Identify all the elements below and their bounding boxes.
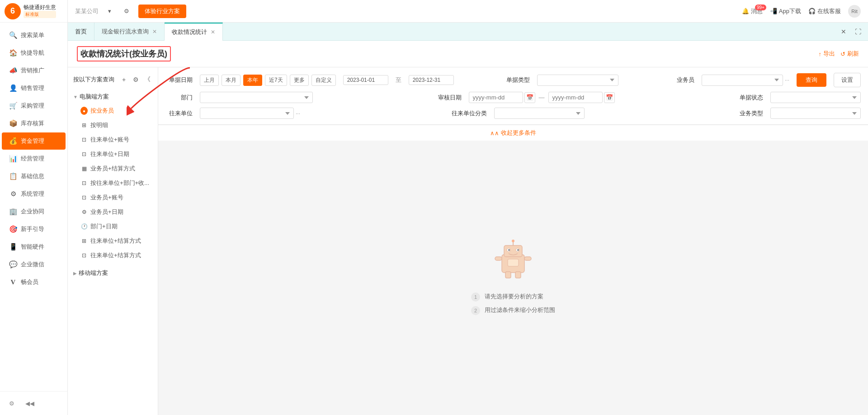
panel-item-by-salesperson[interactable]: ● 按业务员 xyxy=(68,104,158,118)
sidebar-collapse-btn[interactable]: ◀◀ xyxy=(23,396,37,410)
inventory-icon: 📦 xyxy=(9,119,17,127)
type-select[interactable] xyxy=(537,75,618,86)
page: 收款情况统计(按业务员) ↑ 导出 ↺ 刷新 按以下方案查询 + xyxy=(68,41,868,415)
trial-btn[interactable]: 体验行业方案 xyxy=(138,5,186,18)
audit-to-calendar-btn[interactable]: 📅 xyxy=(604,92,615,103)
panel-item-salesperson-date[interactable]: ⚙ 业务员+日期 xyxy=(68,205,158,219)
svg-rect-11 xyxy=(515,272,521,278)
sidebar-item-system[interactable]: ⚙系统管理 xyxy=(2,185,66,203)
topbar-gear-btn[interactable]: ⚙ xyxy=(120,5,133,18)
partner-category-select[interactable] xyxy=(494,108,585,119)
panel-item-partner-settle1[interactable]: ⊞ 往来单位+结算方式 xyxy=(68,234,158,248)
refresh-icon: ↺ xyxy=(840,51,845,57)
window-close-btn[interactable]: ✕ xyxy=(838,26,849,37)
audit-to-input[interactable] xyxy=(548,92,603,103)
sidebar-settings-btn[interactable]: ⚙ xyxy=(5,396,19,410)
guide-icon: 🎯 xyxy=(9,225,17,233)
date-btn-this-month[interactable]: 本月 xyxy=(222,75,241,86)
panel-item-by-detail[interactable]: ⊞ 按明细 xyxy=(68,118,158,132)
export-btn[interactable]: ↑ 导出 xyxy=(819,50,835,58)
sidebar-item-guide[interactable]: 🎯新手引导 xyxy=(2,221,66,238)
panel-item-partner-dept[interactable]: ⊡ 按往来单位+部门+收... xyxy=(68,176,158,190)
tab-bank-close[interactable]: ✕ xyxy=(152,28,157,35)
panel-item-salesperson-settle[interactable]: ▦ 业务员+结算方式 xyxy=(68,161,158,176)
tab-home[interactable]: 首页 xyxy=(68,23,94,41)
collapse-bar[interactable]: ∧∧ 收起更多条件 xyxy=(158,125,868,141)
sidebar-item-search[interactable]: 🔍搜索菜单 xyxy=(2,27,66,44)
tab-bank[interactable]: 现金银行流水查询 ✕ xyxy=(94,23,165,41)
date-btn-more[interactable]: 更多 xyxy=(290,75,309,86)
sidebar-item-inventory[interactable]: 📦库存核算 xyxy=(2,115,66,132)
tab-receipt[interactable]: 收款情况统计 ✕ xyxy=(165,23,223,41)
salesperson-input[interactable] xyxy=(702,75,783,86)
window-maximize-btn[interactable]: ⛶ xyxy=(853,26,863,37)
salesperson-item-icon: ● xyxy=(80,107,88,114)
logo-text-block: 畅捷通好生意 标准版 xyxy=(24,4,56,19)
salesperson-account-icon: ⊡ xyxy=(80,194,88,201)
sidebar-item-member[interactable]: V畅会员 xyxy=(2,274,66,291)
page-title: 收款情况统计(按业务员) xyxy=(77,46,171,61)
sidebar-item-hardware[interactable]: 📱智能硬件 xyxy=(2,238,66,255)
panel-item-salesperson-account[interactable]: ⊡ 业务员+账号 xyxy=(68,190,158,205)
audit-from-input[interactable] xyxy=(469,92,523,103)
date-quick-group: 上月 本月 本年 近7天 更多 自定义 xyxy=(200,75,336,86)
sidebar-item-marketing[interactable]: 📣营销推广 xyxy=(2,62,66,79)
panel-item-dept-date[interactable]: 🕐 部门+日期 xyxy=(68,219,158,234)
panel-settings-btn[interactable]: ⚙ xyxy=(131,75,141,85)
audit-from-calendar-btn[interactable]: 📅 xyxy=(524,92,535,103)
sidebar-item-finance[interactable]: 💰资金管理 xyxy=(2,132,66,150)
date-btn-last-month[interactable]: 上月 xyxy=(200,75,219,86)
bill-status-select[interactable] xyxy=(770,92,861,103)
panel-section-mobile-title[interactable]: ▶ 移动端方案 xyxy=(68,266,158,280)
topbar-dropdown-btn[interactable]: ▾ xyxy=(104,6,115,17)
sidebar-item-purchase[interactable]: 🛒采购管理 xyxy=(2,97,66,114)
panel-collapse-btn[interactable]: 《 xyxy=(142,75,152,85)
panel-header-actions: + ⚙ 《 xyxy=(119,75,152,85)
panel-item-partner-settle2[interactable]: ⊡ 往来单位+结算方式 xyxy=(68,248,158,263)
sidebar-item-wechat[interactable]: 💬企业微信 xyxy=(2,256,66,273)
app-download-btn[interactable]: 📲 App下载 xyxy=(770,7,801,15)
date-to-input[interactable] xyxy=(409,75,454,85)
marketing-icon: 📣 xyxy=(9,66,17,75)
partner-input[interactable] xyxy=(200,108,294,119)
panel-section-desktop-title[interactable]: ▼ 电脑端方案 xyxy=(68,90,158,104)
partner-more-btn[interactable]: ··· xyxy=(296,110,300,117)
query-btn[interactable]: 查询 xyxy=(797,73,826,87)
sidebar-nav: 🔍搜索菜单 🏠快捷导航 📣营销推广 👤销售管理 🛒采购管理 📦库存核算 💰资金管… xyxy=(0,23,67,391)
sidebar-item-sales[interactable]: 👤销售管理 xyxy=(2,80,66,97)
sidebar-item-operation[interactable]: 📊经营管理 xyxy=(2,150,66,167)
logo-icon: 6 xyxy=(5,3,21,19)
tab-receipt-label: 收款情况统计 xyxy=(172,28,207,36)
user-avatar[interactable]: Rit xyxy=(848,5,861,18)
panel-add-btn[interactable]: + xyxy=(119,75,129,85)
empty-step-2: 2 用过滤条件来缩小分析范围 xyxy=(471,306,555,315)
salesperson-label: 业务员 xyxy=(667,76,694,84)
tab-home-label: 首页 xyxy=(75,28,87,36)
system-icon: ⚙ xyxy=(9,190,17,198)
panel-item-partner-account[interactable]: ⊡ 往来单位+账号 xyxy=(68,132,158,147)
detail-item-icon: ⊞ xyxy=(80,122,88,129)
sidebar-footer: ⚙ ◀◀ xyxy=(0,391,67,415)
online-service-btn[interactable]: 🎧 在线客服 xyxy=(808,7,841,15)
sidebar-item-quicknav[interactable]: 🏠快捷导航 xyxy=(2,44,66,61)
refresh-btn[interactable]: ↺ 刷新 xyxy=(840,50,859,58)
svg-point-5 xyxy=(517,249,519,251)
date-btn-this-year[interactable]: 本年 xyxy=(243,75,262,86)
salesperson-more-btn[interactable]: ··· xyxy=(785,77,789,83)
filter-row-3: 往来单位 ··· 往来单位分类 业务类型 xyxy=(165,108,861,119)
date-btn-custom[interactable]: 自定义 xyxy=(311,75,336,86)
mobile-expand-icon: ▶ xyxy=(73,271,77,276)
sidebar-item-basic[interactable]: 📋基础信息 xyxy=(2,168,66,185)
sidebar-item-company[interactable]: 🏢企业协同 xyxy=(2,203,66,220)
tab-receipt-close[interactable]: ✕ xyxy=(211,29,215,35)
date-btn-7days[interactable]: 近7天 xyxy=(265,75,287,86)
window-controls: ✕ ⛶ xyxy=(834,26,868,37)
settings-btn[interactable]: 设置 xyxy=(834,73,861,87)
dept-select[interactable] xyxy=(200,92,313,103)
partner-settle1-icon: ⊞ xyxy=(80,237,88,245)
notification-btn[interactable]: 🔔 消息 99+ xyxy=(742,7,763,15)
type-label: 单据类型 xyxy=(503,76,530,84)
panel-item-partner-date[interactable]: ⊡ 往来单位+日期 xyxy=(68,147,158,161)
date-from-input[interactable] xyxy=(343,75,388,85)
business-type-select[interactable] xyxy=(770,108,861,119)
